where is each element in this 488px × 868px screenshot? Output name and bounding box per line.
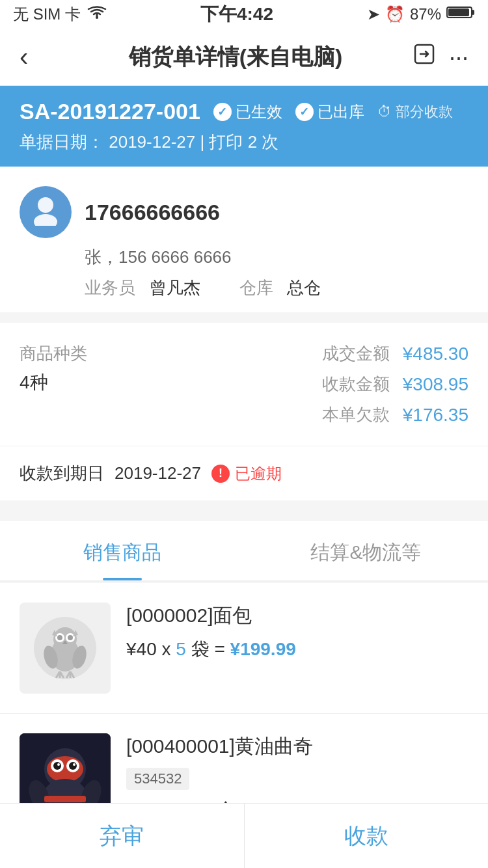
collect-button[interactable]: 收款 — [245, 804, 489, 868]
status-badge-2: ✓ 已出库 — [295, 102, 364, 122]
tabs-section: 销售商品 结算&物流等 — [0, 521, 488, 582]
check-icon-2: ✓ — [295, 103, 314, 121]
overdue-badge: ! 已逾期 — [211, 463, 282, 484]
svg-rect-3 — [448, 8, 469, 16]
bottom-bar: 弃审 收款 — [0, 803, 488, 868]
product-price-1: ¥40 x 5 袋 = ¥199.99 — [126, 637, 468, 662]
product-name-2: [000400001]黄油曲奇 — [126, 733, 468, 760]
avatar-icon — [29, 192, 62, 232]
svg-point-34 — [73, 763, 75, 766]
debt-amount: ¥176.35 — [403, 405, 468, 426]
svg-point-33 — [57, 763, 60, 766]
divider-2 — [0, 500, 488, 511]
customer-avatar — [20, 186, 72, 238]
more-icon[interactable]: ··· — [449, 44, 468, 71]
overdue-icon: ! — [211, 465, 230, 483]
overdue-text: 已逾期 — [235, 463, 282, 484]
salesman-value: 曾凡杰 — [150, 278, 200, 297]
svg-point-13 — [68, 635, 73, 640]
stats-section: 商品种类 4种 成交金额 ¥485.30 收款金额 ¥308.95 本单欠款 ¥… — [0, 323, 488, 446]
status-badge-3: ⏱ 部分收款 — [377, 102, 453, 122]
due-date-section: 收款到期日 2019-12-27 ! 已逾期 — [0, 446, 488, 500]
svg-rect-2 — [472, 10, 474, 15]
sim-status: 无 SIM 卡 — [13, 4, 81, 25]
reject-button[interactable]: 弃审 — [0, 804, 245, 868]
share-icon[interactable] — [413, 42, 436, 72]
alarm-icon: ⏰ — [385, 5, 405, 23]
receipt-amount-row: 收款金额 ¥308.95 — [322, 373, 468, 396]
svg-text:暂+: 暂+ — [60, 680, 70, 681]
status-left: 无 SIM 卡 — [13, 4, 107, 25]
deal-amount: ¥485.30 — [403, 344, 468, 364]
svg-rect-38 — [44, 796, 86, 802]
wifi-icon — [87, 5, 107, 23]
svg-point-0 — [96, 16, 98, 19]
warehouse-value: 总仓 — [287, 278, 321, 297]
svg-point-6 — [34, 214, 57, 226]
product-item: 暂+ [0000002]面包 ¥40 x 5 袋 = ¥199.99 — [0, 583, 488, 714]
salesman-label: 业务员 — [85, 278, 135, 297]
customer-name-phone: 张，156 6666 6666 — [20, 246, 468, 269]
type-label: 商品种类 — [20, 342, 87, 365]
customer-id: 17666666666 — [85, 200, 220, 225]
tab-settlement[interactable]: 结算&物流等 — [244, 521, 488, 580]
order-header: SA-20191227-001 ✓ 已生效 ✓ 已出库 ⏱ 部分收款 单据日期：… — [0, 86, 488, 167]
deal-amount-row: 成交金额 ¥485.30 — [322, 342, 468, 365]
order-id: SA-20191227-001 — [20, 99, 200, 124]
page-title: 销货单详情(来自电脑) — [129, 42, 343, 72]
warehouse-label: 仓库 — [239, 278, 273, 297]
status-right: ➤ ⏰ 87% — [367, 5, 475, 23]
due-label: 收款到期日 — [20, 462, 104, 485]
customer-meta: 业务员 曾凡杰 仓库 总仓 — [20, 277, 468, 299]
product-name-1: [0000002]面包 — [126, 603, 468, 629]
product-thumb-1: 暂+ — [20, 603, 111, 694]
customer-section: 17666666666 张，156 6666 6666 业务员 曾凡杰 仓库 总… — [0, 167, 488, 312]
debt-amount-row: 本单欠款 ¥176.35 — [322, 403, 468, 426]
status-badge-1: ✓ 已生效 — [213, 102, 282, 122]
product-info-1: [0000002]面包 ¥40 x 5 袋 = ¥199.99 — [126, 603, 468, 662]
order-date: 单据日期： 2019-12-27 | 打印 2 次 — [20, 131, 468, 154]
tab-sales-products[interactable]: 销售商品 — [0, 521, 244, 580]
nav-bar: ‹ 销货单详情(来自电脑) ··· — [0, 29, 488, 86]
product-sku: 534532 — [126, 768, 189, 790]
tabs-row: 销售商品 结算&物流等 — [0, 521, 488, 582]
svg-point-5 — [38, 197, 53, 213]
svg-point-32 — [69, 762, 77, 770]
svg-point-12 — [57, 635, 62, 640]
receipt-amount: ¥308.95 — [403, 374, 468, 395]
battery-level: 87% — [410, 5, 441, 23]
back-button[interactable]: ‹ — [20, 42, 59, 72]
type-count: 4种 — [20, 370, 87, 395]
status-time: 下午4:42 — [200, 2, 273, 27]
svg-point-31 — [53, 762, 61, 770]
status-bar: 无 SIM 卡 下午4:42 ➤ ⏰ 87% — [0, 0, 488, 29]
battery-icon — [446, 5, 475, 23]
due-date-value: 2019-12-27 — [115, 463, 201, 483]
nav-actions: ··· — [413, 42, 468, 72]
divider-1 — [0, 312, 488, 323]
clock-icon: ⏱ — [377, 103, 392, 120]
check-icon-1: ✓ — [213, 103, 232, 121]
location-icon: ➤ — [367, 5, 380, 23]
